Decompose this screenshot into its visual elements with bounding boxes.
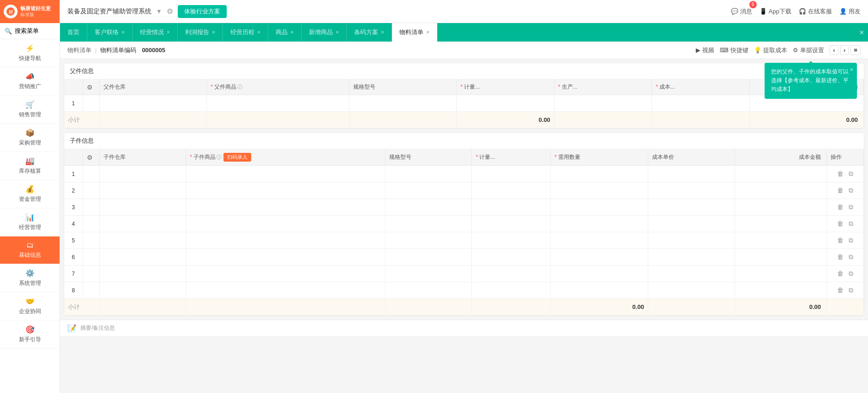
cost-action[interactable]: 💡 提取成本 [754, 46, 787, 54]
tab-close-icon[interactable]: × [121, 29, 125, 36]
copy-btn[interactable]: ⧉ [847, 252, 855, 262]
quantity-cell[interactable] [550, 249, 648, 266]
unit-cost-cell[interactable] [648, 216, 735, 232]
tab-close-icon[interactable]: × [426, 29, 429, 36]
child-warehouse-cell[interactable] [99, 266, 186, 282]
child-warehouse-cell[interactable] [99, 282, 186, 299]
tab-history[interactable]: 经营历程 × [223, 23, 268, 42]
tab-close-icon[interactable]: × [257, 29, 260, 36]
tab-customer[interactable]: 客户联络 × [87, 23, 133, 42]
delete-btn[interactable]: 🗑 [835, 285, 845, 295]
sidebar-item-operations[interactable]: 📊 经营管理 [0, 208, 60, 236]
tab-operations[interactable]: 经营情况 × [133, 23, 178, 42]
sidebar-item-cooperation[interactable]: 🤝 企业协同 [0, 292, 60, 320]
sidebar-item-marketing[interactable]: 📣 营销推广 [0, 67, 60, 96]
tab-new-goods[interactable]: 新增商品 × [301, 23, 347, 42]
unit-cost-cell[interactable] [648, 282, 735, 299]
delete-btn[interactable]: 🗑 [835, 186, 845, 195]
sidebar-item-inventory[interactable]: 🏭 库存核算 [0, 152, 60, 180]
cost-cell[interactable] [652, 95, 749, 112]
tab-close-icon[interactable]: × [212, 29, 215, 36]
th-settings[interactable]: ⚙ [83, 79, 99, 95]
child-goods-cell[interactable] [186, 216, 385, 232]
child-warehouse-cell[interactable] [99, 249, 186, 266]
spec-cell[interactable] [349, 95, 457, 112]
child-warehouse-cell[interactable] [99, 216, 186, 232]
delete-btn[interactable]: 🗑 [835, 269, 845, 278]
copy-btn[interactable]: ⧉ [847, 236, 855, 245]
gear-icon[interactable]: ⚙ [87, 154, 93, 161]
trial-btn[interactable]: 体验行业方案 [178, 5, 227, 18]
settings-action[interactable]: ⚙ 单据设置 [793, 46, 824, 54]
next-btn[interactable]: › [840, 45, 849, 55]
tab-close-icon[interactable]: × [381, 29, 384, 36]
unit-cell[interactable] [472, 282, 550, 299]
unit-cost-cell[interactable] [648, 266, 735, 282]
spec-cell[interactable] [385, 216, 472, 232]
video-action[interactable]: ▶ 视频 [696, 46, 714, 54]
settings-icon[interactable]: ⚙ [167, 7, 173, 16]
copy-btn[interactable]: ⧉ [847, 219, 855, 229]
tab-barcode[interactable]: 条码方案 × [347, 23, 392, 42]
unit-cost-cell[interactable] [648, 166, 735, 182]
unit-cell[interactable] [472, 182, 550, 199]
spec-cell[interactable] [385, 166, 472, 182]
delete-btn[interactable]: 🗑 [835, 202, 845, 212]
child-goods-cell[interactable] [186, 199, 385, 216]
parent-goods-cell[interactable] [207, 95, 349, 112]
child-warehouse-cell[interactable] [99, 232, 186, 249]
quantity-cell[interactable] [550, 232, 648, 249]
user-btn[interactable]: 👤 用友 [839, 7, 861, 16]
tabbar-close-btn[interactable]: ✕ [856, 29, 868, 36]
online-service-btn[interactable]: 🎧 在线客服 [799, 7, 832, 16]
child-warehouse-cell[interactable] [99, 166, 186, 182]
gear-icon[interactable]: ⚙ [87, 84, 93, 91]
production-cell[interactable] [554, 95, 651, 112]
child-warehouse-cell[interactable] [99, 199, 186, 216]
unit-cost-cell[interactable] [648, 182, 735, 199]
tab-profit[interactable]: 利润报告 × [178, 23, 223, 42]
spec-cell[interactable] [385, 199, 472, 216]
quantity-cell[interactable] [550, 216, 648, 232]
sidebar-item-guide[interactable]: 🎯 新手引导 [0, 320, 60, 349]
tab-home[interactable]: 首页 [60, 23, 87, 42]
tab-close-icon[interactable]: × [167, 29, 170, 36]
child-goods-cell[interactable] [186, 166, 385, 182]
copy-btn[interactable]: ⧉ [847, 285, 855, 295]
spec-cell[interactable] [385, 249, 472, 266]
child-goods-cell[interactable] [186, 232, 385, 249]
breadcrumb-bom-list[interactable]: 物料清单 [67, 46, 91, 54]
spec-cell[interactable] [385, 232, 472, 249]
unit-cell[interactable] [472, 166, 550, 182]
unit-cell[interactable] [472, 232, 550, 249]
prev-btn[interactable]: ‹ [830, 45, 838, 55]
copy-btn[interactable]: ⧉ [847, 169, 855, 179]
unit-cell[interactable] [472, 266, 550, 282]
quantity-cell[interactable] [550, 182, 648, 199]
app-download-btn[interactable]: 📱 App下载 [760, 7, 791, 16]
search-menu[interactable]: 🔍 搜索菜单 [0, 23, 60, 39]
quantity-cell[interactable] [550, 199, 648, 216]
sidebar-item-purchase[interactable]: 📦 采购管理 [0, 124, 60, 152]
list-view-btn[interactable]: ≡ [850, 45, 861, 55]
sidebar-item-system[interactable]: ⚙️ 系统管理 [0, 264, 60, 292]
quantity-cell[interactable] [550, 282, 648, 299]
sidebar-item-sales[interactable]: 🛒 销售管理 [0, 96, 60, 124]
child-goods-cell[interactable] [186, 266, 385, 282]
delete-btn[interactable]: 🗑 [835, 252, 845, 261]
spec-cell[interactable] [385, 266, 472, 282]
quantity-cell[interactable] [550, 266, 648, 282]
delete-btn[interactable]: 🗑 [835, 219, 845, 228]
sidebar-item-finance[interactable]: 💰 资金管理 [0, 180, 60, 208]
unit-cell[interactable] [472, 199, 550, 216]
tab-bom[interactable]: 物料清单 × [392, 23, 437, 42]
quantity-cell[interactable] [550, 166, 648, 182]
copy-btn[interactable]: ⧉ [847, 202, 855, 212]
sidebar-item-quick-nav[interactable]: ⚡ 快捷导航 [0, 39, 60, 67]
copy-btn[interactable]: ⧉ [847, 186, 855, 195]
unit-cost-cell[interactable] [648, 249, 735, 266]
shortcut-action[interactable]: ⌨ 快捷键 [720, 46, 748, 54]
spec-cell[interactable] [385, 182, 472, 199]
unit-cell[interactable] [472, 216, 550, 232]
message-btn[interactable]: 💬 消息 6 [731, 7, 752, 16]
